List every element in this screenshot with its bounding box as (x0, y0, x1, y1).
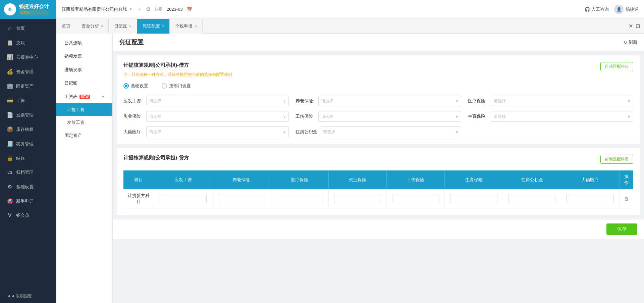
tab-voucher-config-close[interactable]: × (162, 24, 164, 28)
row-wage-cell[interactable] (154, 189, 212, 208)
close-tab-button[interactable]: ✕ (629, 23, 633, 29)
company-selector[interactable]: 江西服宝精品有限责任公司内账张 ▼ (62, 6, 132, 12)
salary-table-new-badge: NEW (79, 95, 90, 99)
injury-select[interactable]: 请选择 ∨ (318, 111, 461, 122)
left-panel-item-diary[interactable]: 日记账 (56, 77, 112, 90)
tab-voucher-config[interactable]: 凭证配置 × (137, 19, 170, 34)
user-area[interactable]: 👤 畅捷通 (614, 5, 639, 14)
sidebar-item-home[interactable]: ⌂ 首页 (0, 21, 56, 36)
maternity-select-arrow: ∨ (628, 114, 630, 119)
row-injury-input[interactable] (392, 194, 439, 203)
left-panel-item-fixed-assets[interactable]: 固定资产 (56, 129, 112, 142)
sidebar: 会 畅捷通好会计 旗舰版 ⌂ 首页 📋 总账 📊 云报表中心 💰 资金管理 🏢 … (0, 0, 56, 303)
sidebar-item-salary[interactable]: 💳 工资 (0, 93, 56, 108)
row-unemployment-cell[interactable] (328, 189, 386, 208)
row-unemployment-input[interactable] (334, 194, 381, 203)
sidebar-label-reports: 云报表中心 (16, 54, 38, 60)
tab-home-label: 首页 (62, 23, 70, 29)
radio-basic[interactable]: 基础设置 (123, 83, 148, 89)
save-button[interactable]: 保存 (606, 223, 637, 235)
tab-diary-close[interactable]: × (129, 24, 131, 28)
sidebar-item-invoice[interactable]: 📄 发票管理 (0, 108, 56, 122)
big-medical-placeholder: 请选择 (149, 129, 161, 135)
add-tab-button[interactable]: ＋ (137, 6, 142, 13)
left-panel-item-sales-invoice[interactable]: 销项发票 (56, 50, 112, 63)
row-big-medical-cell[interactable] (561, 189, 619, 208)
calendar-icon[interactable]: 📅 (187, 7, 192, 12)
row-maternity-cell[interactable] (445, 189, 503, 208)
sidebar-item-reports[interactable]: 📊 云报表中心 (0, 50, 56, 64)
left-panel-item-public[interactable]: 公共选项 (56, 36, 112, 50)
sidebar-nav: ⌂ 首页 📋 总账 📊 云报表中心 💰 资金管理 🏢 固定资产 💳 工资 📄 发… (0, 19, 56, 289)
archive-icon: 🗂 (7, 169, 13, 175)
radio-dept-circle (162, 83, 167, 89)
topbar-right: 🎧 人工咨询 👤 畅捷通 (585, 5, 639, 14)
wage-select[interactable]: 请选择 ∨ (146, 96, 289, 106)
inventory-icon: 📦 (7, 126, 13, 133)
row-delete-button[interactable]: 🗑 (624, 196, 629, 201)
tab-tax-report[interactable]: 个税申报 × (170, 19, 202, 34)
sidebar-unpin-button[interactable]: ◄◄ 取消固定 (0, 289, 56, 303)
tab-funds-analysis-close[interactable]: × (101, 24, 103, 28)
radio-dept[interactable]: 按部门设置 (162, 83, 191, 89)
row-housing-input[interactable] (508, 194, 556, 203)
debit-auto-match-button[interactable]: 自动匹配科目 (600, 62, 633, 71)
left-panel: 公共选项 销项发票 进项发票 日记账 工资表 NEW ∨ 计提工资 发放工资 (56, 34, 113, 303)
unemployment-select[interactable]: 请选择 ∨ (146, 111, 289, 122)
topbar-settings-button[interactable]: ⚙ (146, 6, 151, 12)
left-panel-label-purchase-invoice: 进项发票 (64, 67, 82, 73)
support-button[interactable]: 🎧 人工咨询 (585, 6, 609, 12)
row-housing-cell[interactable] (503, 189, 561, 208)
row-injury-cell[interactable] (387, 189, 445, 208)
sidebar-item-tax[interactable]: 🧾 税务管理 (0, 137, 56, 151)
assets-icon: 🏢 (7, 83, 13, 89)
left-panel-item-salary-table[interactable]: 工资表 NEW ∨ (56, 90, 112, 103)
sidebar-label-tax: 税务管理 (16, 141, 34, 147)
unemployment-placeholder: 请选择 (149, 114, 161, 119)
row-medical-cell[interactable] (270, 189, 328, 208)
credit-auto-match-button[interactable]: 自动匹配科目 (600, 155, 633, 164)
housing-select[interactable]: 请选择 ∨ (320, 127, 461, 137)
big-medical-select[interactable]: 请选择 ∨ (146, 127, 289, 137)
tab-funds-analysis[interactable]: 资金分析 × (76, 19, 109, 34)
sidebar-item-funds[interactable]: 💰 资金管理 (0, 64, 56, 79)
left-panel-item-salary-provision[interactable]: 计提工资 (56, 103, 112, 116)
sidebar-item-closing[interactable]: 🔒 结账 (0, 151, 56, 165)
maternity-select[interactable]: 请选择 ∨ (491, 111, 633, 122)
credit-table: 科目 应发工资 养老保险 医疗保险 失业保险 工伤保险 生育保险 住房公积金 大… (123, 170, 633, 208)
row-big-medical-input[interactable] (567, 194, 614, 203)
tab-home[interactable]: 首页 (56, 19, 76, 34)
radio-group: 基础设置 按部门设置 (123, 83, 633, 89)
medical-select[interactable]: 请选择 ∨ (491, 96, 633, 106)
sidebar-item-archive[interactable]: 🗂 归档管理 (0, 165, 56, 180)
row-medical-input[interactable] (276, 194, 323, 203)
sidebar-item-vip[interactable]: V 畅会员 (0, 208, 56, 222)
left-panel-item-salary-payment[interactable]: 发放工资 (56, 116, 112, 129)
sidebar-item-guide[interactable]: 🎯 新手引导 (0, 194, 56, 208)
sidebar-label-inventory: 库存核算 (16, 127, 34, 133)
row-action-cell: 🗑 (619, 189, 633, 208)
sidebar-item-ledger[interactable]: 📋 总账 (0, 36, 56, 50)
maximize-button[interactable]: ⊡ (636, 23, 640, 29)
row-pension-input[interactable] (218, 194, 265, 203)
maternity-label: 生育保险 (468, 113, 488, 119)
company-name: 江西服宝精品有限责任公司内账张 (62, 6, 127, 12)
left-panel-item-purchase-invoice[interactable]: 进项发票 (56, 63, 112, 77)
row-pension-cell[interactable] (212, 189, 270, 208)
sidebar-item-assets[interactable]: 🏢 固定资产 (0, 79, 56, 93)
big-medical-label: 大额医疗 (123, 129, 144, 135)
sidebar-item-inventory[interactable]: 📦 库存核算 (0, 122, 56, 137)
company-chevron-icon: ▼ (129, 7, 132, 11)
row-maternity-input[interactable] (450, 194, 497, 203)
sidebar-item-settings[interactable]: ⚙ 基础设置 (0, 180, 56, 194)
injury-label: 工伤保险 (296, 113, 316, 119)
tab-diary[interactable]: 日记账 × (109, 19, 137, 34)
form-row-injury: 工伤保险 请选择 ∨ (296, 111, 461, 122)
row-wage-input[interactable] (160, 194, 207, 203)
debit-section-note: 注：只能选择一种方式，系统将按照您当前的选择来配置规则 (123, 72, 633, 78)
refresh-button[interactable]: ↻ 刷新 (624, 39, 637, 45)
invoice-icon: 📄 (7, 112, 13, 118)
tab-tax-report-close[interactable]: × (195, 24, 197, 28)
debit-section-header: 自动匹配科目 计提核算规则(公司承担)-借方 注：只能选择一种方式，系统将按照您… (123, 62, 633, 83)
pension-select[interactable]: 请选择 ∨ (318, 96, 461, 106)
